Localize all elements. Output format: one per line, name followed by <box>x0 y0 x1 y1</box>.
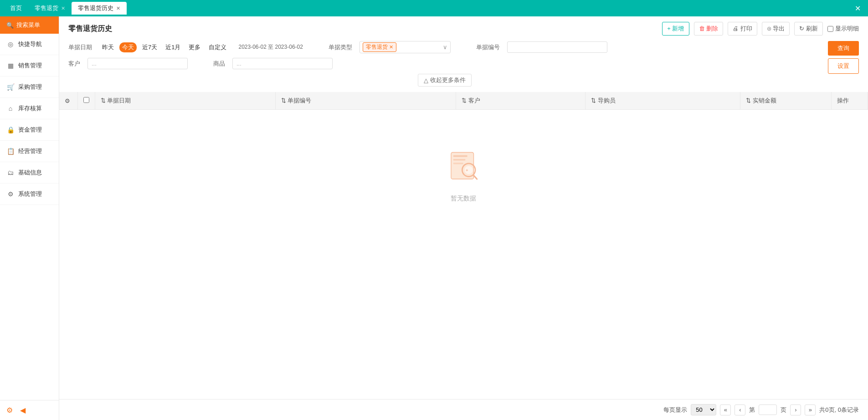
table-container: ⚙ ⇅ 单据日期 ⇅ 单据编号 ⇅ 客户 ⇅ 导购员 <box>59 92 868 399</box>
doc-type-tag-value: 零售退货 <box>366 43 388 51</box>
th-customer-label: ⇅ 客户 <box>462 97 480 104</box>
finance-icon: 🔒 <box>6 126 15 134</box>
tab-home[interactable]: 首页 <box>4 2 28 15</box>
date-options: 昨天 今天 近7天 近1月 更多 自定义 <box>99 42 229 52</box>
sidebar-item-purchase-mgmt[interactable]: 🛒 采购管理 <box>0 77 59 98</box>
goods-input[interactable]: ... <box>232 58 333 69</box>
quick-nav-icon: ◎ <box>6 40 15 48</box>
display-toggle[interactable]: 显示明细 <box>827 25 859 33</box>
sidebar-item-basic-info-label: 基础信息 <box>18 169 42 177</box>
empty-state-row: ✦ 暂无数据 <box>59 110 868 240</box>
search-icon: 🔍 <box>6 22 14 29</box>
page-size-select[interactable]: 10 20 50 100 <box>691 404 716 415</box>
add-button[interactable]: + 新增 <box>662 22 689 36</box>
customer-filter-label: 客户 <box>68 60 80 68</box>
filter-row-1: 单据日期 昨天 今天 近7天 近1月 更多 自定义 2023-06-02 至 2… <box>68 41 821 53</box>
sidebar-item-inventory-label: 库存核算 <box>18 104 42 113</box>
sidebar-search-label: 搜索菜单 <box>16 21 40 29</box>
sidebar-item-finance[interactable]: 🔒 资金管理 <box>0 119 59 141</box>
th-doc-no[interactable]: ⇅ 单据编号 <box>275 92 456 110</box>
collapse-icon: △ <box>424 77 428 84</box>
th-guide-label: ⇅ 导购员 <box>591 97 616 104</box>
date-option-7days[interactable]: 近7天 <box>139 42 160 52</box>
basic-info-icon: 🗂 <box>6 169 15 177</box>
customer-ellipsis: ... <box>92 60 97 67</box>
tab-home-label: 首页 <box>10 4 22 12</box>
first-page-button[interactable]: « <box>720 405 731 415</box>
window-close-button[interactable]: ✕ <box>851 4 864 13</box>
collapse-label: 收起更多条件 <box>430 76 466 84</box>
sidebar-item-quick-nav[interactable]: ◎ 快捷导航 <box>0 34 59 55</box>
query-button[interactable]: 查询 <box>828 41 859 56</box>
tab-retail-return-close[interactable]: ✕ <box>61 5 65 11</box>
date-option-custom[interactable]: 自定义 <box>206 42 229 52</box>
sound-icon[interactable]: ◀ <box>20 406 26 415</box>
prev-page-button[interactable]: ‹ <box>734 405 745 415</box>
tab-retail-return-history[interactable]: 零售退货历史 ✕ <box>72 2 127 15</box>
main-layout: 🔍 搜索菜单 ◎ 快捷导航 ▦ 销售管理 🛒 采购管理 ⌂ 库存核算 🔒 资金管… <box>0 16 868 420</box>
th-amount[interactable]: ⇅ 实销金额 <box>740 92 832 110</box>
sidebar-item-operations[interactable]: 📋 经营管理 <box>0 141 59 162</box>
page-title: 零售退货历史 <box>68 24 112 34</box>
sidebar-item-basic-info[interactable]: 🗂 基础信息 <box>0 162 59 184</box>
date-filter-label: 单据日期 <box>68 43 92 51</box>
sidebar-search[interactable]: 🔍 搜索菜单 <box>0 16 59 34</box>
svg-text:✦: ✦ <box>465 168 469 173</box>
select-all-checkbox[interactable] <box>83 97 89 103</box>
refresh-button[interactable]: ↻ 刷新 <box>794 22 823 36</box>
sidebar-item-quick-nav-label: 快捷导航 <box>18 40 42 48</box>
next-page-button[interactable]: › <box>790 405 801 415</box>
sales-mgmt-icon: ▦ <box>6 61 15 70</box>
settings-icon[interactable]: ⚙ <box>6 406 13 415</box>
date-range: 2023-06-02 至 2023-06-02 <box>238 43 303 51</box>
page-total-info: 共0页, 0条记录 <box>819 406 859 414</box>
sidebar-item-inventory[interactable]: ⌂ 库存核算 <box>0 98 59 119</box>
last-page-button[interactable]: » <box>805 405 816 415</box>
empty-state-cell: ✦ 暂无数据 <box>59 110 868 240</box>
tab-retail-return-label: 零售退货 <box>35 4 58 12</box>
doc-type-select[interactable]: 零售退货 ✕ ∨ <box>360 41 451 53</box>
th-action: 操作 <box>832 92 868 110</box>
th-doc-date-label: ⇅ 单据日期 <box>101 97 131 104</box>
sidebar-item-sales-mgmt[interactable]: ▦ 销售管理 <box>0 55 59 77</box>
collapse-button[interactable]: △ 收起更多条件 <box>418 74 472 87</box>
th-guide[interactable]: ⇅ 导购员 <box>585 92 740 110</box>
date-option-1month[interactable]: 近1月 <box>163 42 183 52</box>
page-number-input[interactable]: 1 <box>759 405 777 415</box>
empty-icon: ✦ <box>443 146 484 187</box>
empty-text: 暂无数据 <box>451 195 476 203</box>
data-table: ⚙ ⇅ 单据日期 ⇅ 单据编号 ⇅ 客户 ⇅ 导购员 <box>59 92 868 239</box>
sidebar-item-system-mgmt[interactable]: ⚙ 系统管理 <box>0 184 59 205</box>
filter-row-2: 客户 ... 商品 ... <box>68 58 821 69</box>
date-option-today[interactable]: 今天 <box>119 42 137 52</box>
doc-type-tag: 零售退货 ✕ <box>363 42 396 52</box>
th-settings[interactable]: ⚙ <box>59 92 77 110</box>
th-doc-date[interactable]: ⇅ 单据日期 <box>95 92 275 110</box>
page-unit: 页 <box>781 406 786 414</box>
th-checkbox[interactable] <box>77 92 95 110</box>
purchase-mgmt-icon: 🛒 <box>6 83 15 91</box>
date-option-yesterday[interactable]: 昨天 <box>99 42 117 52</box>
delete-button[interactable]: 🗑 删除 <box>694 22 724 36</box>
display-toggle-checkbox[interactable] <box>827 26 833 32</box>
svg-rect-2 <box>453 159 466 161</box>
th-amount-label: ⇅ 实销金额 <box>746 97 776 104</box>
sidebar: 🔍 搜索菜单 ◎ 快捷导航 ▦ 销售管理 🛒 采购管理 ⌂ 库存核算 🔒 资金管… <box>0 16 59 420</box>
sidebar-item-finance-label: 资金管理 <box>18 126 42 134</box>
export-button[interactable]: ⊙ 导出 <box>762 22 790 36</box>
tab-retail-return-history-close[interactable]: ✕ <box>116 5 120 11</box>
operations-icon: 📋 <box>6 147 15 155</box>
doc-type-tag-close[interactable]: ✕ <box>389 44 393 50</box>
sidebar-item-operations-label: 经营管理 <box>18 147 42 155</box>
action-buttons: 查询 设置 <box>828 41 859 74</box>
sidebar-item-system-mgmt-label: 系统管理 <box>18 190 42 198</box>
print-button[interactable]: 🖨 打印 <box>728 22 757 36</box>
sidebar-item-sales-mgmt-label: 销售管理 <box>18 61 42 70</box>
customer-input[interactable]: ... <box>87 58 188 69</box>
doc-no-input[interactable] <box>507 41 607 53</box>
date-option-more[interactable]: 更多 <box>186 42 203 52</box>
tab-retail-return[interactable]: 零售退货 ✕ <box>28 2 72 15</box>
filter-settings-button[interactable]: 设置 <box>828 58 859 74</box>
th-customer[interactable]: ⇅ 客户 <box>456 92 586 110</box>
display-toggle-label: 显示明细 <box>835 25 859 33</box>
